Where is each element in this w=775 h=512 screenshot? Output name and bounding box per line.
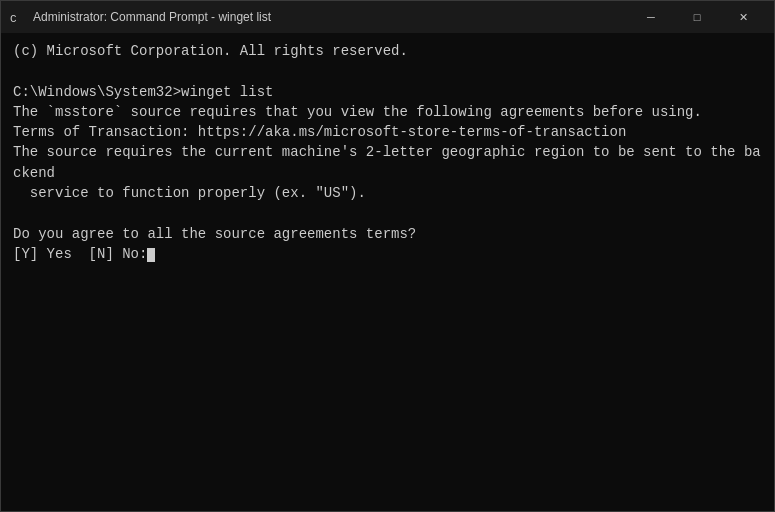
console-line: service to function properly (ex. "US"). bbox=[13, 183, 762, 203]
console-line bbox=[13, 203, 762, 223]
svg-text:C: C bbox=[10, 13, 17, 25]
console-line: [Y] Yes [N] No: bbox=[13, 244, 762, 264]
maximize-button[interactable]: □ bbox=[674, 1, 720, 33]
console-line: C:\Windows\System32>winget list bbox=[13, 82, 762, 102]
close-button[interactable]: ✕ bbox=[720, 1, 766, 33]
window: C Administrator: Command Prompt - winget… bbox=[0, 0, 775, 512]
title-bar-left: C Administrator: Command Prompt - winget… bbox=[9, 9, 271, 25]
minimize-button[interactable]: ─ bbox=[628, 1, 674, 33]
console-line: The source requires the current machine'… bbox=[13, 142, 762, 183]
title-bar: C Administrator: Command Prompt - winget… bbox=[1, 1, 774, 33]
console-line: (c) Microsoft Corporation. All rights re… bbox=[13, 41, 762, 61]
console-line: The `msstore` source requires that you v… bbox=[13, 102, 762, 122]
console-line: Do you agree to all the source agreement… bbox=[13, 224, 762, 244]
console-line bbox=[13, 61, 762, 81]
title-bar-controls: ─ □ ✕ bbox=[628, 1, 766, 33]
console-body[interactable]: (c) Microsoft Corporation. All rights re… bbox=[1, 33, 774, 511]
cmd-icon: C bbox=[9, 9, 25, 25]
console-line: Terms of Transaction: https://aka.ms/mic… bbox=[13, 122, 762, 142]
window-title: Administrator: Command Prompt - winget l… bbox=[33, 10, 271, 24]
